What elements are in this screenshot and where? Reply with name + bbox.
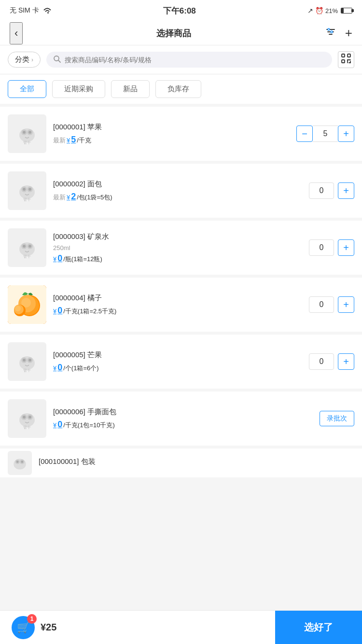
- svg-point-49: [23, 416, 26, 419]
- svg-point-17: [23, 131, 26, 134]
- battery-icon: [341, 8, 352, 14]
- owl-icon: 管十: [15, 406, 39, 431]
- back-button[interactable]: ‹: [10, 22, 23, 44]
- quantity-control: +: [309, 296, 354, 313]
- quantity-input[interactable]: [309, 296, 334, 313]
- product-info: [0000003] 矿泉水 250ml ¥ 0 /瓶(1箱=12瓶): [53, 232, 302, 264]
- wifi-icon: [43, 7, 52, 14]
- svg-text:管十: 管十: [23, 197, 31, 202]
- quantity-increase-button[interactable]: +: [338, 182, 354, 199]
- product-image: 管十: [8, 342, 46, 381]
- svg-point-4: [331, 31, 333, 33]
- svg-point-46: [19, 413, 35, 427]
- quantity-increase-button[interactable]: +: [338, 296, 354, 313]
- status-bar: 无 SIM 卡 下午6:08 ↗ ⏰ 21%: [0, 0, 362, 21]
- quantity-input[interactable]: [309, 182, 334, 199]
- product-price: 最新 ¥ 5 /千克: [53, 135, 290, 145]
- product-name: [0000002] 面包: [53, 180, 302, 189]
- product-spec: 250ml: [53, 244, 302, 252]
- product-price: ¥ 0 /个(1箱=6个): [53, 363, 302, 373]
- owl-icon: 管十: [15, 179, 39, 203]
- product-image: 管十: [8, 171, 46, 210]
- svg-text:管十: 管十: [23, 425, 31, 430]
- cart-button[interactable]: 🛒 1: [12, 616, 35, 639]
- svg-line-6: [58, 60, 60, 62]
- search-box: [46, 52, 332, 68]
- quantity-input[interactable]: [313, 126, 338, 142]
- svg-point-24: [28, 188, 31, 191]
- svg-point-50: [28, 416, 31, 419]
- owl-icon: 管十: [15, 236, 39, 260]
- product-image: 管十: [8, 399, 46, 438]
- category-button[interactable]: 分类 ›: [8, 52, 41, 68]
- svg-rect-7: [342, 54, 345, 57]
- quantity-input[interactable]: [309, 239, 334, 256]
- svg-point-56: [21, 461, 23, 463]
- cart-icon: 🛒: [17, 621, 30, 634]
- scan-icon[interactable]: [338, 51, 354, 68]
- svg-point-3: [328, 28, 330, 30]
- owl-icon: 管十: [15, 350, 39, 374]
- cart-section: 🛒 1 ¥25: [0, 616, 275, 639]
- svg-point-23: [23, 188, 26, 191]
- svg-point-44: [28, 359, 31, 362]
- product-name: [0000004] 橘子: [53, 294, 302, 303]
- list-item: 管十 [0000003] 矿泉水 250ml ¥ 0 /瓶(1箱=12瓶) +: [0, 221, 362, 275]
- product-info: [0000006] 手撕面包 ¥ 0 /千克(1包=10千克): [53, 407, 313, 430]
- status-carrier: 无 SIM 卡: [10, 6, 52, 15]
- nav-actions: +: [325, 26, 352, 41]
- battery-percent: 21%: [325, 7, 338, 14]
- svg-point-18: [28, 131, 31, 134]
- list-item: 管十 [0000002] 面包 最新 ¥ 2 /包(1袋=5包) +: [0, 164, 362, 218]
- batch-control: 录批次: [320, 411, 354, 426]
- product-image: [8, 451, 32, 475]
- cart-badge: 1: [27, 614, 37, 624]
- product-name: [0000006] 手撕面包: [53, 407, 313, 417]
- search-input[interactable]: [65, 56, 325, 64]
- product-info: [0000004] 橘子 ¥ 0 /千克(1箱=2.5千克): [53, 294, 302, 316]
- alarm-icon: ⏰: [315, 7, 323, 14]
- list-item: [0000004] 橘子 ¥ 0 /千克(1箱=2.5千克) +: [0, 278, 362, 332]
- svg-point-52: [14, 459, 26, 469]
- status-right: ↗ ⏰ 21%: [307, 7, 352, 14]
- product-info: [0000002] 面包 最新 ¥ 2 /包(1袋=5包): [53, 180, 302, 202]
- page-title: 选择商品: [156, 28, 191, 39]
- svg-point-55: [16, 461, 19, 463]
- svg-point-40: [19, 356, 35, 370]
- add-product-button[interactable]: +: [345, 26, 352, 41]
- svg-point-43: [23, 359, 26, 362]
- tab-recent[interactable]: 近期采购: [52, 80, 105, 98]
- quantity-control: +: [309, 182, 354, 199]
- svg-text:管十: 管十: [23, 140, 31, 145]
- quantity-increase-button[interactable]: +: [338, 239, 354, 256]
- search-row: 分类 ›: [0, 45, 362, 74]
- quantity-control: +: [309, 239, 354, 256]
- quantity-input[interactable]: [309, 353, 334, 370]
- product-name: [0000003] 矿泉水: [53, 232, 302, 241]
- product-image-orange: [8, 285, 46, 324]
- tab-new[interactable]: 新品: [111, 80, 150, 98]
- product-price: ¥ 0 /千克(1箱=2.5千克): [53, 306, 302, 316]
- svg-point-39: [15, 306, 21, 311]
- bottom-bar: 🛒 1 ¥25 选好了: [0, 610, 362, 644]
- tab-all[interactable]: 全部: [8, 80, 46, 98]
- confirm-button[interactable]: 选好了: [275, 611, 362, 644]
- list-item: 管十 [0000006] 手撕面包 ¥ 0 /千克(1包=10千克) 录批次: [0, 392, 362, 446]
- quantity-decrease-button[interactable]: −: [296, 126, 313, 142]
- quantity-control: − +: [296, 126, 354, 142]
- filter-tabs: 全部 近期采购 新品 负库存: [0, 74, 362, 107]
- product-price: ¥ 0 /千克(1包=10千克): [53, 420, 313, 430]
- svg-point-30: [28, 245, 31, 248]
- svg-text:管十: 管十: [23, 254, 31, 259]
- quantity-increase-button[interactable]: +: [338, 126, 354, 142]
- search-icon: [53, 55, 61, 64]
- owl-icon: 管十: [15, 122, 39, 146]
- product-name: [0000005] 芒果: [53, 350, 302, 360]
- svg-rect-8: [348, 54, 350, 57]
- location-icon: ↗: [307, 7, 313, 14]
- list-item: 管十 [0000005] 芒果 ¥ 0 /个(1箱=6个) +: [0, 335, 362, 389]
- record-batch-button[interactable]: 录批次: [320, 411, 354, 426]
- quantity-increase-button[interactable]: +: [338, 353, 354, 370]
- tab-negative[interactable]: 负库存: [155, 80, 201, 98]
- filter-icon[interactable]: [325, 26, 336, 40]
